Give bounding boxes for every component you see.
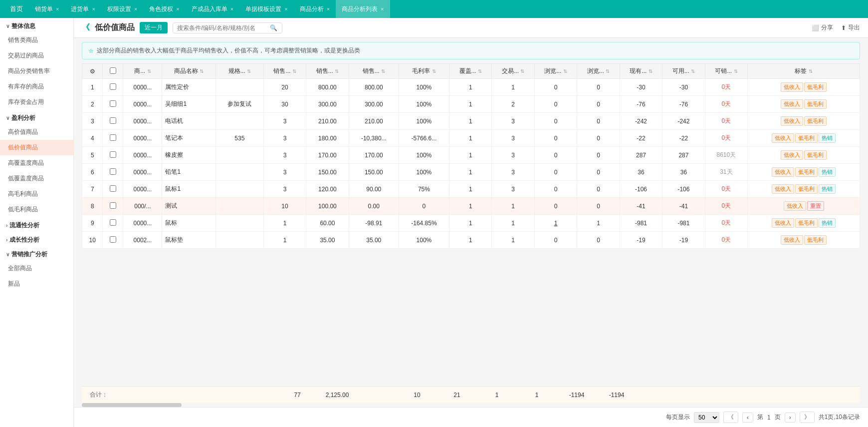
sidebar-item-all-products[interactable]: 全部商品 <box>0 261 73 276</box>
col-browse2: 浏览... ⇅ <box>577 64 620 79</box>
sidebar-item-high-margin[interactable]: 高毛利商品 <box>0 186 73 202</box>
cell-checkbox[interactable] <box>103 198 123 215</box>
nav-close-roles[interactable]: × <box>176 6 179 12</box>
nav-permissions[interactable]: 权限设置 × <box>101 0 143 18</box>
cell-browse2: 0 <box>577 96 620 113</box>
cell-browse1[interactable]: 0 <box>534 96 577 113</box>
nav-product-analysis[interactable]: 商品分析 × <box>294 0 336 18</box>
nav-close-template[interactable]: × <box>284 6 287 12</box>
sidebar-item-category-sales-rate[interactable]: 商品分类销售率 <box>0 63 73 79</box>
col-settings[interactable]: ⚙ <box>82 64 103 79</box>
sidebar-item-high-coverage[interactable]: 高覆盖度商品 <box>0 155 73 171</box>
nav-close-product-analysis[interactable]: × <box>327 6 330 12</box>
cell-browse1[interactable]: 0 <box>534 181 577 198</box>
prev-page-btn[interactable]: ‹ <box>742 413 753 423</box>
row-checkbox-9[interactable] <box>110 236 116 243</box>
row-checkbox-4[interactable] <box>110 151 116 158</box>
cell-browse1[interactable]: 0 <box>534 147 577 164</box>
cell-browse1[interactable]: 0 <box>534 79 577 96</box>
share-btn[interactable]: ⬜ 分享 <box>812 23 833 32</box>
nav-roles[interactable]: 角色授权 × <box>143 0 185 18</box>
browse-link[interactable]: 1 <box>554 220 558 227</box>
row-checkbox-5[interactable] <box>110 168 116 175</box>
row-checkbox-7[interactable] <box>110 202 116 209</box>
table-body: 1 0000... 属性定价 20 800.00 800.00 100% 1 1… <box>82 79 860 249</box>
nav-sales[interactable]: 销货单 × <box>29 0 65 18</box>
row-checkbox-1[interactable] <box>110 100 116 107</box>
sidebar-item-new-products[interactable]: 新品 <box>0 276 73 292</box>
sidebar-item-low-value[interactable]: 低价值商品 <box>0 140 73 155</box>
nav-close-sales[interactable]: × <box>56 6 59 12</box>
sidebar-item-stock-capital[interactable]: 库存资金占用 <box>0 94 73 110</box>
sidebar-item-low-coverage[interactable]: 低覆盖度商品 <box>0 171 73 186</box>
cell-checkbox[interactable] <box>103 79 123 96</box>
cell-code: 0000... <box>123 113 162 130</box>
export-btn[interactable]: ⬆ 导出 <box>841 23 860 32</box>
search-icon[interactable]: 🔍 <box>270 24 277 31</box>
cell-checkbox[interactable] <box>103 96 123 113</box>
first-page-btn[interactable]: 《 <box>723 412 738 423</box>
cell-browse1[interactable]: 0 <box>534 164 577 181</box>
row-checkbox-8[interactable] <box>110 219 116 226</box>
date-filter-btn[interactable]: 近一月 <box>140 22 168 33</box>
cell-checkbox[interactable] <box>103 113 123 130</box>
sidebar-item-sales-products[interactable]: 销售类商品 <box>0 32 73 48</box>
sidebar-group-overall[interactable]: ∨ 整体信息 <box>0 18 73 32</box>
sidebar-item-in-stock-products[interactable]: 有库存的商品 <box>0 79 73 94</box>
cell-checkbox[interactable] <box>103 130 123 147</box>
cell-name: 属性定价 <box>162 79 216 96</box>
cell-browse1[interactable]: 0 <box>534 130 577 147</box>
col-sales2: 销售... ⇅ <box>306 64 349 79</box>
scrollbar-thumb[interactable] <box>82 403 182 407</box>
cell-stock1: -242 <box>620 113 662 130</box>
sidebar-group-profit[interactable]: ∨ 盈利分析 <box>0 110 73 124</box>
cell-sales1: 30 <box>263 96 306 113</box>
cell-browse1[interactable]: 1 <box>534 215 577 232</box>
sidebar-group-growth[interactable]: › 成长性分析 <box>0 232 73 246</box>
cell-gross: -164.85% <box>399 215 449 232</box>
cell-browse1[interactable]: 0 <box>534 113 577 130</box>
nav-close-product-analysis-list[interactable]: × <box>381 6 384 12</box>
collapse-btn[interactable]: 《 <box>82 22 90 33</box>
nav-template[interactable]: 单据模板设置 × <box>239 0 293 18</box>
nav-production[interactable]: 产成品入库单 × <box>186 0 239 18</box>
cell-code: 0000... <box>123 79 162 96</box>
cell-sales2: 150.00 <box>306 164 349 181</box>
table-container[interactable]: ⚙ 商... ⇅ 商品名称 ⇅ 规格... ⇅ 销售... ⇅ 销售... ⇅ … <box>82 63 860 386</box>
col-checkbox[interactable] <box>103 64 123 79</box>
cell-browse1[interactable]: 0 <box>534 198 577 215</box>
cell-checkbox[interactable] <box>103 164 123 181</box>
cell-checkbox[interactable] <box>103 181 123 198</box>
cell-checkbox[interactable] <box>103 232 123 249</box>
nav-close-production[interactable]: × <box>230 6 233 12</box>
row-checkbox-2[interactable] <box>110 117 116 124</box>
cell-checkbox[interactable] <box>103 215 123 232</box>
last-page-btn[interactable]: 》 <box>800 412 815 423</box>
next-page-btn[interactable]: › <box>785 413 796 423</box>
cell-num: 7 <box>82 181 103 198</box>
cell-sales3: 90.00 <box>349 181 399 198</box>
cell-num: 6 <box>82 164 103 181</box>
cell-browse1[interactable]: 0 <box>534 232 577 249</box>
sidebar-item-low-margin[interactable]: 低毛利商品 <box>0 202 73 217</box>
sidebar-item-high-value[interactable]: 高价值商品 <box>0 124 73 140</box>
row-checkbox-6[interactable] <box>110 185 116 192</box>
search-input[interactable] <box>177 24 267 31</box>
select-all-checkbox[interactable] <box>110 67 116 74</box>
cell-sales1: 1 <box>263 215 306 232</box>
nav-purchase[interactable]: 进货单 × <box>65 0 101 18</box>
row-checkbox-3[interactable] <box>110 134 116 141</box>
page-size-select[interactable]: 50 100 200 <box>694 412 719 423</box>
row-checkbox-0[interactable] <box>110 83 116 90</box>
scrollbar-area[interactable] <box>82 403 860 407</box>
nav-home[interactable]: 首页 <box>4 0 29 18</box>
cell-sales3: 0.00 <box>349 198 399 215</box>
nav-close-permissions[interactable]: × <box>134 6 137 12</box>
sidebar-group-flow[interactable]: › 流通性分析 <box>0 217 73 232</box>
cell-sales3: -10,380... <box>349 130 399 147</box>
sidebar-group-marketing[interactable]: ∨ 营销推广分析 <box>0 246 73 261</box>
nav-close-purchase[interactable]: × <box>92 6 95 12</box>
sidebar-item-traded-products[interactable]: 交易过的商品 <box>0 48 73 63</box>
cell-checkbox[interactable] <box>103 147 123 164</box>
nav-product-analysis-list[interactable]: 商品分析列表 × <box>336 0 390 18</box>
